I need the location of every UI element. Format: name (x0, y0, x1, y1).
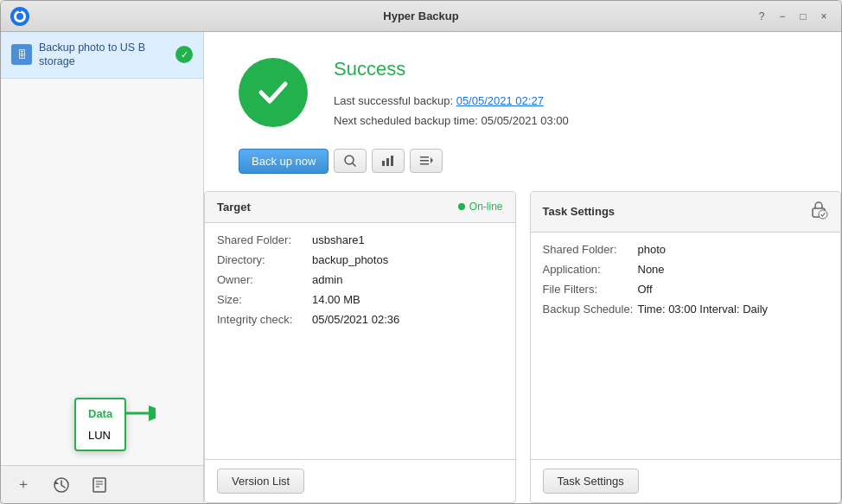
stats-button[interactable] (372, 149, 405, 173)
target-size-value: 14.00 MB (312, 293, 360, 306)
svg-rect-18 (420, 163, 429, 165)
target-row-integrity: Integrity check: 05/05/2021 02:36 (217, 313, 503, 326)
task-row-shared-folder: Shared Folder: photo (543, 243, 829, 256)
task-application-value: None (638, 263, 665, 276)
target-row-shared-folder: Shared Folder: usbshare1 (217, 233, 503, 246)
svg-point-21 (819, 210, 827, 219)
online-dot (458, 203, 465, 210)
target-card: Target On-line Shared Folder: usbshare1 … (204, 191, 516, 503)
svg-rect-7 (93, 478, 105, 492)
help-button[interactable]: ? (755, 10, 769, 23)
window-controls: ? − □ × (755, 10, 831, 23)
menu-button[interactable] (410, 149, 443, 173)
svg-rect-16 (420, 156, 429, 158)
close-button[interactable]: × (817, 10, 831, 23)
sidebar-item-check-icon: ✓ (175, 46, 193, 63)
next-backup-label: Next scheduled backup time: (334, 114, 478, 127)
svg-point-2 (16, 13, 23, 20)
last-backup-time[interactable]: 05/05/2021 02:27 (456, 94, 544, 107)
backup-task-icon: 🗄 (11, 44, 32, 65)
log-button[interactable] (87, 473, 112, 497)
task-row-application: Application: None (543, 263, 829, 276)
sidebar-item-label: Backup photo to US B storage (39, 41, 169, 69)
tooltip-data-item[interactable]: Data (76, 403, 124, 424)
svg-rect-15 (391, 156, 393, 166)
task-settings-lock-icon (809, 201, 828, 223)
target-card-title: Target (217, 201, 251, 214)
success-area: Success Last successful backup: 05/05/20… (204, 32, 841, 149)
success-info: Success Last successful backup: 05/05/20… (334, 58, 807, 131)
backup-now-button[interactable]: Back up now (239, 149, 329, 174)
tooltip-popup: Data LUN (74, 398, 126, 451)
target-card-footer: Version List (205, 459, 515, 502)
target-card-body: Shared Folder: usbshare1 Directory: back… (205, 223, 515, 343)
svg-rect-13 (382, 161, 385, 166)
task-schedule-value: Time: 03:00 Interval: Daily (638, 303, 769, 316)
task-settings-button[interactable]: Task Settings (543, 469, 639, 494)
svg-marker-19 (431, 157, 433, 163)
task-settings-card: Task Settings Shared Folder (530, 191, 842, 503)
next-backup-time: 05/05/2021 03:00 (482, 114, 569, 127)
target-owner-label: Owner: (217, 273, 312, 286)
task-card-header: Task Settings (531, 192, 841, 233)
tooltip-arrow (126, 405, 156, 424)
info-cards: Target On-line Shared Folder: usbshare1 … (204, 191, 841, 503)
sidebar-item-backup[interactable]: 🗄 Backup photo to US B storage ✓ (1, 32, 203, 79)
minimize-button[interactable]: − (775, 10, 789, 23)
add-task-button[interactable]: ＋ (11, 473, 35, 497)
target-shared-folder-label: Shared Folder: (217, 233, 312, 246)
target-card-header: Target On-line (205, 192, 515, 223)
maximize-button[interactable]: □ (796, 10, 810, 23)
svg-rect-17 (420, 160, 429, 162)
task-row-schedule: Backup Schedule: Time: 03:00 Interval: D… (543, 303, 829, 316)
sidebar-toolbar: ＋ (1, 465, 203, 503)
task-file-filters-label: File Filters: (543, 283, 638, 296)
target-integrity-value: 05/05/2021 02:36 (312, 313, 399, 326)
task-card-footer: Task Settings (531, 459, 841, 502)
task-file-filters-value: Off (638, 283, 653, 296)
restore-button[interactable] (49, 473, 73, 497)
task-schedule-label: Backup Schedule: (543, 303, 638, 316)
app-window: Hyper Backup ? − □ × 🗄 Backup photo to U… (0, 0, 842, 504)
tooltip-lun-item[interactable]: LUN (76, 424, 124, 446)
action-toolbar: Back up now (204, 149, 841, 191)
version-list-button[interactable]: Version List (217, 469, 304, 494)
target-row-directory: Directory: backup_photos (217, 253, 503, 266)
target-shared-folder-value: usbshare1 (312, 233, 365, 246)
success-meta: Last successful backup: 05/05/2021 02:27… (334, 91, 807, 131)
target-owner-value: admin (312, 273, 342, 286)
search-button[interactable] (334, 149, 367, 173)
svg-line-12 (353, 163, 355, 166)
task-shared-folder-value: photo (638, 243, 667, 256)
task-row-file-filters: File Filters: Off (543, 283, 829, 296)
target-size-label: Size: (217, 293, 312, 306)
online-status: On-line (469, 201, 503, 213)
task-application-label: Application: (543, 263, 638, 276)
target-directory-label: Directory: (217, 253, 312, 266)
task-shared-folder-label: Shared Folder: (543, 243, 638, 256)
sidebar: 🗄 Backup photo to US B storage ✓ Data LU… (1, 32, 204, 503)
target-row-owner: Owner: admin (217, 273, 503, 286)
task-card-body: Shared Folder: photo Application: None F… (531, 233, 841, 333)
online-badge: On-line (458, 201, 503, 213)
content-area: Success Last successful backup: 05/05/20… (204, 32, 841, 503)
success-icon (239, 58, 308, 127)
last-backup-label: Last successful backup: (334, 94, 453, 107)
app-logo (10, 6, 30, 27)
task-card-title: Task Settings (543, 205, 616, 218)
target-integrity-label: Integrity check: (217, 313, 312, 326)
titlebar: Hyper Backup ? − □ × (1, 1, 841, 32)
success-title: Success (334, 58, 807, 80)
window-title: Hyper Backup (383, 10, 458, 22)
target-directory-value: backup_photos (312, 253, 388, 266)
target-row-size: Size: 14.00 MB (217, 293, 503, 306)
svg-rect-14 (386, 158, 389, 166)
main-layout: 🗄 Backup photo to US B storage ✓ Data LU… (1, 32, 841, 503)
svg-point-3 (18, 9, 22, 12)
